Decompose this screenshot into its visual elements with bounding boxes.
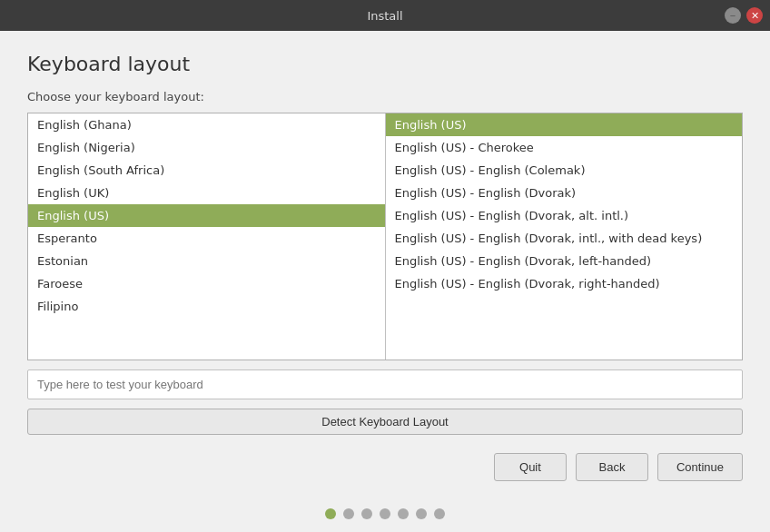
language-list[interactable]: English (Ghana)English (Nigeria)English …: [28, 113, 386, 360]
list-item[interactable]: English (UK): [28, 182, 385, 204]
list-item[interactable]: English (US): [28, 204, 385, 227]
progress-dot-4: [380, 508, 390, 519]
list-item[interactable]: English (South Africa): [28, 159, 385, 182]
window-controls: − ✕: [725, 7, 763, 24]
progress-dot-7: [434, 508, 445, 519]
progress-dot-2: [343, 508, 354, 519]
progress-dots: [0, 499, 770, 532]
list-item[interactable]: English (US) - English (Dvorak, intl., w…: [386, 227, 743, 250]
page-title: Keyboard layout: [27, 53, 743, 75]
progress-dot-1: [325, 508, 336, 519]
list-item[interactable]: English (Nigeria): [28, 136, 385, 159]
list-item[interactable]: English (US) - English (Dvorak): [386, 182, 743, 204]
window-title: Install: [367, 9, 402, 23]
list-item[interactable]: Faroese: [28, 272, 385, 295]
detect-keyboard-button[interactable]: Detect Keyboard Layout: [27, 409, 743, 435]
list-item[interactable]: English (US) - English (Dvorak, alt. int…: [386, 204, 743, 227]
titlebar: Install − ✕: [0, 0, 770, 31]
list-item[interactable]: English (US) - English (Dvorak, right-ha…: [386, 272, 743, 295]
list-item[interactable]: English (Ghana): [28, 113, 385, 136]
progress-dot-6: [416, 508, 427, 519]
list-item[interactable]: Esperanto: [28, 227, 385, 250]
list-item[interactable]: English (US): [386, 113, 743, 136]
continue-label: Continue: [676, 460, 724, 474]
navigation-bar: Quit Back Continue: [27, 449, 743, 481]
minimize-icon: −: [730, 10, 735, 21]
keyboard-lists: English (Ghana)English (Nigeria)English …: [27, 113, 743, 360]
quit-button[interactable]: Quit: [494, 453, 567, 481]
list-item[interactable]: Filipino: [28, 295, 385, 318]
main-content: Keyboard layout Choose your keyboard lay…: [0, 31, 770, 499]
keyboard-test-input[interactable]: [27, 369, 743, 399]
back-button[interactable]: Back: [576, 453, 648, 481]
close-icon: ✕: [751, 10, 759, 22]
list-item[interactable]: Estonian: [28, 250, 385, 272]
list-item[interactable]: English (US) - English (Colemak): [386, 159, 743, 182]
detect-keyboard-label: Detect Keyboard Layout: [321, 415, 448, 429]
progress-dot-5: [398, 508, 409, 519]
install-window: Install − ✕ Keyboard layout Choose your …: [0, 0, 770, 532]
close-button[interactable]: ✕: [746, 7, 763, 24]
progress-dot-3: [361, 508, 372, 519]
variant-list[interactable]: English (US)English (US) - CherokeeEngli…: [386, 113, 743, 360]
subtitle: Choose your keyboard layout:: [27, 90, 743, 103]
continue-button[interactable]: Continue: [657, 453, 743, 481]
list-item[interactable]: English (US) - Cherokee: [386, 136, 743, 159]
back-label: Back: [599, 460, 626, 474]
quit-label: Quit: [519, 460, 541, 474]
list-item[interactable]: English (US) - English (Dvorak, left-han…: [386, 250, 743, 272]
minimize-button[interactable]: −: [725, 7, 741, 24]
